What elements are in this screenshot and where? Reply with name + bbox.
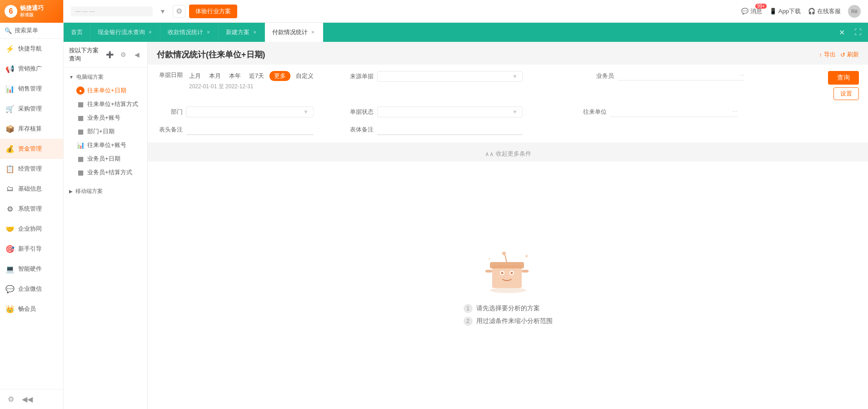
scheme-icon: ▦ xyxy=(76,127,85,136)
sidebar-item-label: 基础信息 xyxy=(18,185,42,193)
scheme-dept-date[interactable]: ▦ 部门+日期 xyxy=(64,125,147,138)
collapse-more-btn[interactable]: ∧∧ 收起更多条件 xyxy=(148,146,868,162)
date-label: 单据日期 xyxy=(157,71,186,79)
staff-more-icon[interactable]: ··· xyxy=(739,71,745,78)
sidebar-item-purchase[interactable]: 🛒 采购管理 xyxy=(0,99,63,119)
scheme-staff-account[interactable]: ▦ 业务员+账号 xyxy=(64,111,147,125)
sidebar-item-finance[interactable]: 💰 资金管理 xyxy=(0,139,63,159)
mobile-group-header[interactable]: ▶ 移动端方案 xyxy=(64,185,147,198)
tab-payment-stat[interactable]: 付款情况统计 × xyxy=(265,23,323,42)
scheme-icon: ▦ xyxy=(76,168,85,177)
sidebar-item-enterprise[interactable]: 🤝 企业协同 xyxy=(0,219,63,239)
scheme-unit-account[interactable]: 📊 往来单位+账号 xyxy=(64,138,147,152)
page-header: 付款情况统计(往来单位+日期) ↑ 导出 ↺ 刷新 xyxy=(148,42,868,65)
date-option-this-month[interactable]: 本月 xyxy=(206,71,224,81)
active-scheme-icon: ● xyxy=(76,86,85,95)
address-bar[interactable]: — — — xyxy=(71,6,153,16)
svg-point-0 xyxy=(490,288,526,293)
online-support-btn[interactable]: 🎧 在线客服 xyxy=(808,7,841,15)
date-option-more[interactable]: 更多 xyxy=(269,71,290,81)
logo-icon: 6 xyxy=(5,5,17,18)
svg-rect-7 xyxy=(485,270,492,273)
tab-bank-flow-close[interactable]: × xyxy=(148,28,153,36)
export-btn[interactable]: ↑ 导出 xyxy=(819,50,836,59)
svg-text:✦: ✦ xyxy=(524,252,529,260)
search-menu-item[interactable]: 🔍 搜索菜单 xyxy=(0,23,63,39)
scheme-unit-date-label: 往来单位+日期 xyxy=(87,86,126,95)
add-scheme-btn[interactable]: ➕ xyxy=(105,50,115,60)
message-btn[interactable]: 💬 消息 99+ xyxy=(741,7,762,15)
source-select[interactable]: ▼ xyxy=(377,71,523,82)
sidebar-item-quick-nav[interactable]: ⚡ 快捷导航 xyxy=(0,39,63,59)
refresh-label: 刷新 xyxy=(847,50,859,59)
tab-new-scheme-close[interactable]: × xyxy=(252,28,257,36)
scheme-staff-date-label: 业务员+日期 xyxy=(87,155,120,163)
trial-industry-btn[interactable]: 体验行业方案 xyxy=(189,5,237,18)
desktop-group-header[interactable]: ▼ 电脑端方案 xyxy=(64,71,147,84)
sidebar-item-sales[interactable]: 📊 销售管理 xyxy=(0,79,63,99)
user-avatar: Rit xyxy=(848,5,861,18)
maximize-btn[interactable]: ⛶ xyxy=(852,26,864,39)
settings-btn[interactable]: 设置 xyxy=(833,87,859,100)
user-avatar-btn[interactable]: Rit xyxy=(848,5,861,18)
query-btn[interactable]: 查询 xyxy=(828,71,859,85)
sidebar-item-hardware[interactable]: 💻 智能硬件 xyxy=(0,259,63,279)
close-tab-btn[interactable]: ✕ xyxy=(835,26,848,39)
empty-state-illustration: ✦ ✦ xyxy=(479,245,538,297)
topbar-left: — — — ▼ ⚙ 体验行业方案 xyxy=(71,5,737,18)
sidebar-item-marketing[interactable]: 📢 营销推广 xyxy=(0,59,63,79)
tab-bank-flow[interactable]: 现金银行流水查询 × xyxy=(90,23,160,42)
body-note-input[interactable] xyxy=(377,124,523,135)
sidebar-item-basic-info[interactable]: 🗂 基础信息 xyxy=(0,179,63,199)
tab-new-scheme[interactable]: 新建方案 × xyxy=(219,23,265,42)
sidebar-item-system[interactable]: ⚙ 系统管理 xyxy=(0,199,63,219)
hardware-icon: 💻 xyxy=(5,264,15,273)
voucher-status-label: 单据状态 xyxy=(348,108,377,116)
settings-footer-btn[interactable]: ⚙ xyxy=(5,393,17,406)
quick-nav-icon: ⚡ xyxy=(5,44,15,53)
collapse-sidebar-btn[interactable]: ◀◀ xyxy=(21,393,34,406)
empty-hints: 1 请先选择要分析的方案 2 用过滤条件来缩小分析范围 xyxy=(464,304,553,326)
voucher-status-select[interactable]: ▼ xyxy=(377,106,523,117)
topbar-settings-btn[interactable]: ⚙ xyxy=(173,5,185,18)
sidebar-item-member[interactable]: 👑 畅会员 xyxy=(0,299,63,319)
query-actions: 查询 设置 xyxy=(828,71,859,100)
refresh-btn[interactable]: ↺ 刷新 xyxy=(840,50,859,59)
sidebar-item-guide[interactable]: 🎯 新手引导 xyxy=(0,239,63,259)
date-option-last-month[interactable]: 上月 xyxy=(186,71,204,81)
manage-scheme-btn[interactable]: ⚙ xyxy=(118,50,128,60)
dept-select[interactable]: ▼ xyxy=(186,106,314,117)
source-dropdown-icon: ▼ xyxy=(512,73,518,80)
sidebar-item-weixin[interactable]: 💬 企业微信 xyxy=(0,279,63,299)
sidebar-item-inventory[interactable]: 📦 库存核算 xyxy=(0,119,63,139)
staff-label: 业务员 xyxy=(588,72,618,80)
svg-text:✦: ✦ xyxy=(488,257,491,262)
tab-receipt-stat[interactable]: 收款情况统计 × xyxy=(160,23,219,42)
scheme-unit-date[interactable]: ● 往来单位+日期 xyxy=(64,84,147,97)
date-range-text: 2022-01-01 至 2022-12-31 xyxy=(189,83,316,91)
tab-payment-stat-label: 付款情况统计 xyxy=(272,28,308,36)
date-option-custom[interactable]: 自定义 xyxy=(293,71,316,81)
sidebar-item-label: 新手引导 xyxy=(18,245,42,253)
support-icon: 🎧 xyxy=(808,8,815,15)
collapse-scheme-btn[interactable]: ◀ xyxy=(132,50,142,60)
app-download-btn[interactable]: 📱 App下载 xyxy=(769,7,801,15)
message-badge: 99+ xyxy=(755,4,767,9)
tab-home[interactable]: 首页 xyxy=(64,23,90,42)
empty-state: ✦ ✦ 1 请先选择要分析的方案 2 用过滤条件来缩小分析范围 xyxy=(148,162,868,409)
export-icon: ↑ xyxy=(819,51,823,58)
refresh-icon: ↺ xyxy=(840,51,845,58)
address-dropdown-btn[interactable]: ▼ xyxy=(156,5,169,18)
scheme-staff-settle[interactable]: ▦ 业务员+结算方式 xyxy=(64,166,147,179)
tab-receipt-stat-close[interactable]: × xyxy=(206,28,211,36)
app-icon: 📱 xyxy=(769,8,777,15)
date-option-7days[interactable]: 近7天 xyxy=(246,71,267,81)
sidebar-item-operations[interactable]: 📋 经营管理 xyxy=(0,159,63,179)
scheme-unit-settle[interactable]: ▦ 往来单位+结算方式 xyxy=(64,97,147,111)
tab-payment-stat-close[interactable]: × xyxy=(310,28,315,36)
topbar: — — — ▼ ⚙ 体验行业方案 💬 消息 99+ 📱 App下载 🎧 在线客服 xyxy=(64,0,868,23)
partner-more-icon[interactable]: ··· xyxy=(732,107,738,115)
date-option-this-year[interactable]: 本年 xyxy=(226,71,244,81)
header-note-input[interactable] xyxy=(186,124,314,135)
scheme-staff-date[interactable]: ▦ 业务员+日期 xyxy=(64,152,147,166)
